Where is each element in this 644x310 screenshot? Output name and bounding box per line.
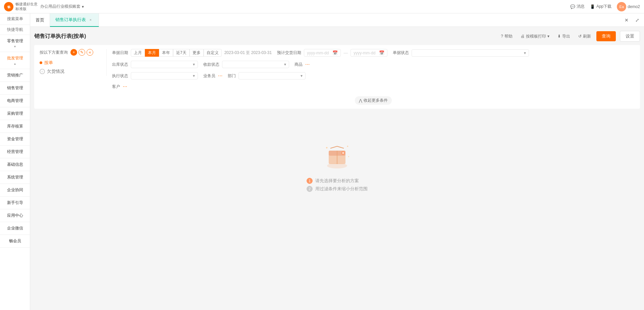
collapse-plan-button[interactable]: « xyxy=(87,49,93,56)
filter-left: 按以下方案查询 + ✎ « 按单 ○ xyxy=(40,49,107,76)
empty-hint-1: 1 请先选择要分析的方案 xyxy=(307,178,368,184)
tab-bar: 首页 销售订单执行表 × ✕ ⤢ xyxy=(30,13,644,27)
sidebar-group-marketing: 营销推广 xyxy=(0,69,30,82)
refresh-button[interactable]: ↺ 刷新 xyxy=(576,32,594,41)
filter-right: 单据日期 上月 本月 本年 近7天 更多 自定义 xyxy=(107,49,635,105)
outbound-select[interactable]: ▾ xyxy=(131,61,198,68)
user-menu[interactable]: Ea demo2 xyxy=(617,2,640,11)
help-icon: ? xyxy=(501,34,503,39)
export-icon: ⬇ xyxy=(557,34,561,39)
sidebar-nav[interactable]: 快捷导航 xyxy=(0,25,30,35)
help-button[interactable]: ? 帮助 xyxy=(498,32,515,41)
sidebar-item-wholesale[interactable]: 批发管理 ▴ xyxy=(0,52,30,69)
date-label: 单据日期 xyxy=(112,50,128,56)
hint-num-2: 2 xyxy=(307,186,313,192)
bill-status-label: 单据状态 xyxy=(393,50,409,56)
sidebar-item-enterprise[interactable]: 企业协同 xyxy=(0,184,30,196)
sidebar-item-purchase[interactable]: 采购管理 xyxy=(0,107,30,120)
sidebar-search[interactable]: 搜索菜单 xyxy=(0,13,30,25)
collapse-button[interactable]: ⋀ 收起更多条件 xyxy=(355,96,392,105)
date-btn-7days[interactable]: 近7天 xyxy=(173,49,190,57)
chevron-down-icon: ▾ xyxy=(547,34,549,39)
sidebar-item-wechat[interactable]: 企业微信 xyxy=(0,222,30,235)
goods-group: 商品 ··· xyxy=(294,61,310,67)
receipt-label: 收款状态 xyxy=(203,62,219,67)
sidebar-group-system: 系统管理 xyxy=(0,171,30,184)
tab-sales-order[interactable]: 销售订单执行表 × xyxy=(50,13,99,27)
sidebar-group-operation: 经营管理 xyxy=(0,146,30,158)
tab-home[interactable]: 首页 xyxy=(30,13,50,27)
receipt-select[interactable]: ▾ xyxy=(222,61,289,68)
plan-item-按单[interactable]: 按单 xyxy=(40,58,102,67)
svg-text:畅: 畅 xyxy=(7,5,10,9)
sidebar-item-marketing[interactable]: 营销推广 xyxy=(0,69,30,82)
date-btn-this-month[interactable]: 本月 xyxy=(145,49,159,57)
settings-button[interactable]: 设置 xyxy=(620,31,640,42)
plan-item-欠货情况[interactable]: ○ 欠货情况 xyxy=(40,67,102,76)
add-plan-button[interactable]: + xyxy=(70,49,77,56)
filter-section: 按以下方案查询 + ✎ « 按单 ○ xyxy=(40,49,635,105)
date-btn-custom[interactable]: 自定义 xyxy=(204,49,222,57)
svg-text:✦: ✦ xyxy=(346,145,349,148)
tab-close-icon[interactable]: × xyxy=(88,17,93,22)
date-btn-last-month[interactable]: 上月 xyxy=(131,49,145,57)
filter-plan-actions: + ✎ « xyxy=(70,49,93,56)
department-label: 部门 xyxy=(228,73,236,79)
expected-date-from[interactable]: yyyy-mm-dd 📅 xyxy=(304,49,341,57)
tab-bar-right: ✕ ⤢ xyxy=(623,16,644,24)
app-download-button[interactable]: 📱 App下载 xyxy=(590,4,611,9)
calendar-icon-2: 📅 xyxy=(379,50,384,55)
sidebar-group-vip: 畅会员 xyxy=(0,235,30,248)
filter-row-2: 出库状态 ▾ 收款状态 ▾ xyxy=(112,61,635,68)
sidebar-item-ecommerce[interactable]: 电商管理 xyxy=(0,95,30,107)
sidebar: 搜索菜单 快捷导航 零售管理 ▾ 批发管理 ▴ 营销推广 销售管理 xyxy=(0,13,30,310)
calendar-icon: 📅 xyxy=(332,50,338,55)
industry-selector[interactable]: 办公用品行业模拟账套 ▾ xyxy=(40,4,84,9)
sidebar-group-ecommerce: 电商管理 xyxy=(0,95,30,107)
edit-plan-button[interactable]: ✎ xyxy=(78,49,85,56)
sidebar-item-basic[interactable]: 基础信息 xyxy=(0,158,30,171)
execution-group: 执行状态 ▾ xyxy=(112,72,198,80)
sidebar-item-newbie[interactable]: 新手引导 xyxy=(0,197,30,209)
bill-status-group: 单据状态 ▾ xyxy=(393,49,529,57)
department-group: 部门 ▾ xyxy=(228,72,306,80)
customer-picker-button[interactable]: ··· xyxy=(123,84,127,90)
salesperson-label: 业务员 xyxy=(203,73,215,79)
filter-actions-row: ⋀ 收起更多条件 xyxy=(112,94,635,105)
execution-select[interactable]: ▾ xyxy=(131,72,198,80)
goods-picker-button[interactable]: ··· xyxy=(305,61,310,67)
department-select[interactable]: ▾ xyxy=(238,72,306,80)
message-button[interactable]: 💬 消息 xyxy=(570,4,585,9)
date-btn-more[interactable]: 更多 xyxy=(190,49,204,57)
inactive-plan-dot: ○ xyxy=(40,69,45,74)
message-icon: 💬 xyxy=(570,4,575,9)
close-window-icon[interactable]: ✕ xyxy=(623,16,631,24)
date-separator: — xyxy=(343,50,348,55)
sidebar-item-sales[interactable]: 销售管理 xyxy=(0,82,30,94)
topbar-right: 💬 消息 📱 App下载 Ea demo2 xyxy=(570,2,640,11)
sidebar-item-apps[interactable]: 应用中心 xyxy=(0,209,30,222)
export-button[interactable]: ⬇ 导出 xyxy=(555,32,573,41)
expected-date-to[interactable]: yyyy-mm-dd 📅 xyxy=(351,49,387,57)
sidebar-item-retail[interactable]: 零售管理 ▾ xyxy=(0,35,30,52)
sidebar-group-apps: 应用中心 xyxy=(0,209,30,222)
sidebar-item-system[interactable]: 系统管理 xyxy=(0,171,30,184)
execution-label: 执行状态 xyxy=(112,73,128,79)
bill-status-select[interactable]: ▾ xyxy=(412,49,529,57)
sidebar-group-wholesale: 批发管理 ▴ xyxy=(0,52,30,69)
sidebar-item-operation[interactable]: 经营管理 xyxy=(0,146,30,158)
salesperson-picker-button[interactable]: ··· xyxy=(218,73,222,79)
goods-label: 商品 xyxy=(294,62,303,67)
date-btn-this-year[interactable]: 本年 xyxy=(159,49,173,57)
sidebar-item-finance[interactable]: 资金管理 xyxy=(0,133,30,145)
filter-panel: 按以下方案查询 + ✎ « 按单 ○ xyxy=(34,45,640,109)
query-button[interactable]: 查询 xyxy=(596,31,616,41)
sidebar-item-inventory[interactable]: 库存核算 xyxy=(0,120,30,133)
sidebar-item-vip[interactable]: 畅会员 xyxy=(0,235,30,247)
active-plan-dot xyxy=(40,61,42,64)
maximize-icon[interactable]: ⤢ xyxy=(633,16,641,24)
template-print-button[interactable]: 🖨 按模板打印 ▾ xyxy=(518,32,552,41)
avatar: Ea xyxy=(617,2,626,11)
svg-text:✦: ✦ xyxy=(348,156,350,158)
sidebar-group-retail: 零售管理 ▾ xyxy=(0,35,30,52)
